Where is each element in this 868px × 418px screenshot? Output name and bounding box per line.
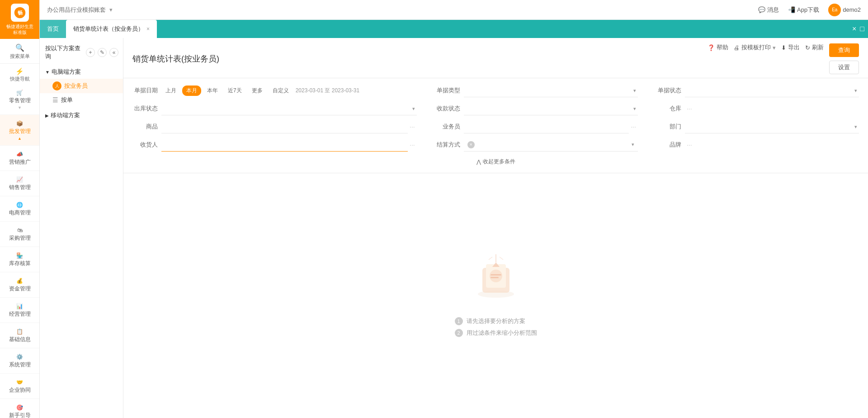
- add-scheme-btn[interactable]: +: [86, 48, 95, 57]
- collapse-up-icon: ⋀: [476, 159, 481, 165]
- salesperson-label: 业务员: [435, 123, 460, 131]
- sidebar-item-retail-label: 零售管理: [9, 97, 31, 104]
- sidebar-item-operations-label: 经营管理: [9, 310, 31, 318]
- query-btn-group: 查询 设置: [829, 43, 859, 74]
- svg-rect-6: [491, 274, 501, 276]
- print-dropdown-icon: ▾: [773, 44, 776, 51]
- sidebar-item-purchase[interactable]: 🛍 采购管理: [0, 222, 39, 247]
- sidebar-item-purchase-label: 采购管理: [9, 234, 31, 242]
- payment-select[interactable]: [476, 138, 636, 152]
- sidebar-item-inventory-label: 库存核算: [9, 260, 31, 267]
- close-window-icon[interactable]: ×: [852, 25, 856, 33]
- app-logo[interactable]: 畅 畅捷通好生意 标准版: [0, 0, 39, 39]
- page-header: 销货单统计表(按业务员) ❓ 帮助 🖨 按模板打印 ▾ ⬇: [123, 38, 868, 78]
- search-nav-item[interactable]: 🔍 搜索菜单: [0, 39, 39, 64]
- date-tag-7days[interactable]: 近7天: [224, 86, 246, 96]
- tab-sales-stat[interactable]: 销货单统计表（按业务员） ×: [66, 20, 157, 38]
- filter-payment-method: 结算方式 ×: [435, 138, 638, 152]
- payment-method-clear-btn[interactable]: ×: [467, 141, 475, 148]
- doc-type-select[interactable]: [464, 84, 638, 97]
- svg-rect-7: [491, 277, 499, 278]
- tree-expand-arrow: ▼: [45, 70, 50, 75]
- payment-select-wrap: [476, 138, 636, 152]
- collapse-filter-btn[interactable]: ⋀ 收起更多条件: [132, 156, 859, 167]
- sidebar-item-finance[interactable]: 💰 资金管理: [0, 272, 39, 298]
- edit-scheme-btn[interactable]: ✎: [98, 48, 107, 57]
- sidebar-item-ecommerce[interactable]: 🌐 电商管理: [0, 196, 39, 222]
- date-range-text: 2023-03-01 至 2023-03-31: [296, 87, 359, 95]
- collapse-label: 收起更多条件: [483, 158, 515, 166]
- consignee-dots[interactable]: ···: [408, 141, 417, 148]
- filter-salesperson: 业务员 ···: [435, 120, 638, 133]
- page-title: 销货单统计表(按业务员): [132, 53, 219, 64]
- sidebar-item-marketing[interactable]: 📣 营销推广: [0, 146, 39, 171]
- tree-group-mobile: ▶ 移动端方案: [40, 109, 123, 122]
- help-btn[interactable]: ❓ 帮助: [708, 43, 728, 52]
- product-input[interactable]: [161, 120, 408, 133]
- tab-home[interactable]: 首页: [40, 20, 66, 38]
- sidebar-item-newbie[interactable]: 🎯 新手引导: [0, 399, 39, 418]
- sidebar-item-system[interactable]: ⚙️ 系统管理: [0, 348, 39, 374]
- topbar-right: 💬 消息 📲 App下载 Ea demo2: [758, 4, 861, 16]
- retail-icon: 🛒: [16, 90, 23, 96]
- enterprise-icon: 🤝: [16, 379, 23, 385]
- print-btn[interactable]: 🖨 按模板打印 ▾: [734, 43, 776, 52]
- app-download-btn[interactable]: 📲 App下载: [788, 6, 819, 14]
- date-tag-more[interactable]: 更多: [248, 86, 267, 96]
- sidebar-item-wholesale[interactable]: 📦 批发管理 ▲: [0, 115, 39, 146]
- date-tag-this-month[interactable]: 本月: [182, 86, 201, 96]
- sidebar-item-retail[interactable]: 🛒 零售管理 ▼: [0, 84, 39, 115]
- left-panel-actions: + ✎ «: [86, 48, 118, 57]
- out-status-select-wrap: [161, 102, 417, 115]
- department-select[interactable]: [685, 120, 859, 133]
- empty-step-2: 2 用过滤条件来缩小分析范围: [455, 329, 537, 337]
- left-panel-header: 按以下方案查询 + ✎ «: [40, 42, 123, 63]
- collapse-panel-btn[interactable]: «: [109, 48, 118, 57]
- date-tag-this-year[interactable]: 本年: [203, 86, 222, 96]
- sidebar-item-inventory[interactable]: 🏪 库存核算: [0, 247, 39, 272]
- salesperson-dots[interactable]: ···: [629, 123, 638, 130]
- refresh-icon: ↻: [805, 44, 810, 51]
- print-icon: 🖨: [734, 44, 740, 51]
- message-btn[interactable]: 💬 消息: [758, 6, 779, 14]
- sidebar-item-basic[interactable]: 📋 基础信息: [0, 323, 39, 348]
- out-status-select[interactable]: [161, 102, 417, 115]
- warehouse-dots[interactable]: ···: [685, 105, 694, 112]
- consignee-input[interactable]: [161, 138, 408, 152]
- department-label: 部门: [656, 123, 681, 131]
- sidebar-item-sales[interactable]: 📈 销售管理: [0, 171, 39, 196]
- quick-nav-item[interactable]: ⚡ 快捷导航: [0, 64, 39, 84]
- user-profile[interactable]: Ea demo2: [828, 4, 861, 16]
- sidebar-item-operations[interactable]: 📊 经营管理: [0, 298, 39, 323]
- sidebar-item-enterprise-label: 企业协同: [9, 386, 31, 394]
- date-tag-custom[interactable]: 自定义: [269, 86, 293, 96]
- breadcrumb-dropdown-icon[interactable]: ▾: [109, 6, 113, 13]
- print-label: 按模板打印: [741, 43, 771, 52]
- tabbar: 首页 销货单统计表（按业务员） × × □: [40, 20, 868, 38]
- refresh-btn[interactable]: ↻ 刷新: [805, 43, 824, 52]
- export-label: 导出: [788, 43, 800, 52]
- expand-window-icon[interactable]: □: [860, 25, 864, 33]
- date-tag-last-month[interactable]: 上月: [161, 86, 180, 96]
- brand-dots[interactable]: ···: [685, 141, 694, 148]
- doc-status-select[interactable]: [685, 84, 859, 97]
- sidebar: 畅 畅捷通好生意 标准版 🔍 搜索菜单 ⚡ 快捷导航 🛒 零售管理 ▼ 📦 批发…: [0, 0, 40, 418]
- export-btn[interactable]: ⬇ 导出: [781, 43, 800, 52]
- svg-point-5: [490, 270, 502, 282]
- product-dots[interactable]: ···: [408, 123, 417, 130]
- svg-line-11: [500, 257, 503, 260]
- tree-mobile-arrow: ▶: [45, 113, 49, 118]
- tree-child-order[interactable]: ☰ 按单: [40, 93, 123, 107]
- page-action-buttons: ❓ 帮助 🖨 按模板打印 ▾ ⬇ 导出 ↻: [708, 43, 824, 52]
- tree-desktop-parent[interactable]: ▼ 电脑端方案: [40, 65, 123, 79]
- tab-close-btn[interactable]: ×: [146, 26, 150, 32]
- query-button[interactable]: 查询: [829, 43, 859, 57]
- app-download-icon: 📲: [788, 6, 795, 13]
- salesperson-input[interactable]: [464, 120, 629, 133]
- tree-mobile-parent[interactable]: ▶ 移动端方案: [40, 109, 123, 122]
- receipt-status-select[interactable]: [464, 102, 638, 115]
- tree-child-salesperson[interactable]: 人 按业务员: [40, 79, 123, 93]
- filter-row-2: 出库状态 收款状态: [132, 102, 859, 115]
- settings-button[interactable]: 设置: [829, 61, 859, 74]
- sidebar-item-enterprise[interactable]: 🤝 企业协同: [0, 374, 39, 399]
